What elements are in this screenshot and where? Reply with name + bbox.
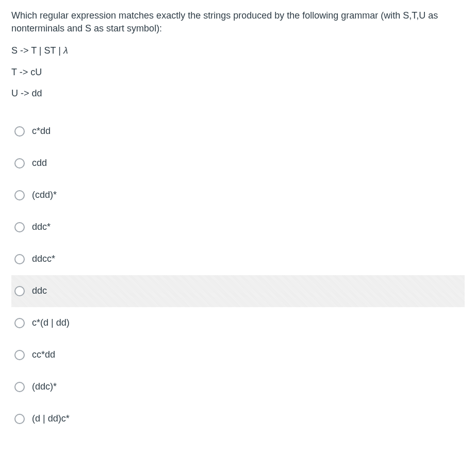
option-row[interactable]: (cdd)* [11, 179, 465, 211]
option-row[interactable]: c*dd [11, 115, 465, 147]
radio-icon[interactable] [14, 350, 25, 360]
option-label: ddc [32, 284, 47, 297]
option-label: c*dd [32, 125, 51, 138]
radio-icon[interactable] [14, 414, 25, 424]
option-row[interactable]: c*(d | dd) [11, 307, 465, 339]
option-row[interactable]: cc*dd [11, 339, 465, 371]
grammar-rule-s: S -> T | ST | λ [11, 44, 465, 57]
radio-icon[interactable] [14, 222, 25, 232]
option-row[interactable]: (d | dd)c* [11, 403, 465, 435]
question-text: Which regular expression matches exactly… [11, 9, 465, 35]
radio-icon[interactable] [14, 382, 25, 392]
option-label: (cdd)* [32, 189, 57, 201]
rule-text: S -> T | ST | [11, 45, 63, 56]
radio-icon[interactable] [14, 286, 25, 296]
grammar-rule-u: U -> dd [11, 87, 465, 100]
option-label: ddc* [32, 221, 51, 233]
option-row[interactable]: ddc [11, 275, 465, 307]
grammar-rule-t: T -> cU [11, 66, 465, 79]
option-row[interactable]: cdd [11, 147, 465, 179]
options-list: c*dd cdd (cdd)* ddc* ddcc* ddc c*(d | dd… [11, 115, 465, 435]
option-label: ddcc* [32, 252, 55, 265]
option-label: (ddc)* [32, 380, 57, 393]
radio-icon[interactable] [14, 158, 25, 168]
option-row[interactable]: ddcc* [11, 243, 465, 275]
radio-icon[interactable] [14, 254, 25, 264]
grammar-block: S -> T | ST | λ T -> cU U -> dd [11, 44, 465, 100]
option-label: cc*dd [32, 348, 55, 361]
option-label: cdd [32, 157, 47, 170]
radio-icon[interactable] [14, 318, 25, 328]
option-label: (d | dd)c* [32, 412, 70, 425]
option-label: c*(d | dd) [32, 316, 70, 329]
option-row[interactable]: (ddc)* [11, 371, 465, 403]
radio-icon[interactable] [14, 126, 25, 137]
lambda-symbol: λ [63, 45, 68, 56]
option-row[interactable]: ddc* [11, 211, 465, 243]
radio-icon[interactable] [14, 190, 25, 200]
